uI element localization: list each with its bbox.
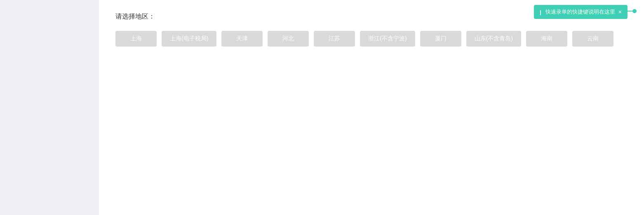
tooltip-dot — [632, 9, 637, 13]
region-button-tianjin[interactable]: 天津 — [221, 31, 263, 47]
region-buttons: 上海上海(电子税局)天津河北江苏浙江(不含宁波)厦门山东(不含青岛)海南云南 — [115, 31, 628, 47]
region-button-shandong[interactable]: 山东(不含青岛) — [466, 31, 521, 47]
region-button-hainan[interactable]: 海南 — [526, 31, 567, 47]
region-button-zhejiang[interactable]: 浙江(不含宁波) — [360, 31, 415, 47]
main-content: 请选择地区： 上海上海(电子税局)天津河北江苏浙江(不含宁波)厦门山东(不含青岛… — [99, 0, 644, 215]
region-button-shanghai[interactable]: 上海 — [115, 31, 157, 47]
region-button-jiangsu[interactable]: 江苏 — [314, 31, 355, 47]
region-button-shanghai-etax[interactable]: 上海(电子税局) — [162, 31, 216, 47]
region-button-yunnan[interactable]: 云南 — [572, 31, 613, 47]
sidebar — [0, 0, 99, 215]
tooltip-close-button[interactable]: × — [618, 9, 622, 15]
region-button-xiamen[interactable]: 厦门 — [420, 31, 461, 47]
region-button-hebei[interactable]: 河北 — [268, 31, 309, 47]
tooltip-text: 快速录单的快捷键说明在这里 — [545, 8, 615, 16]
tooltip-banner: 快速录单的快捷键说明在这里 × — [534, 5, 628, 19]
